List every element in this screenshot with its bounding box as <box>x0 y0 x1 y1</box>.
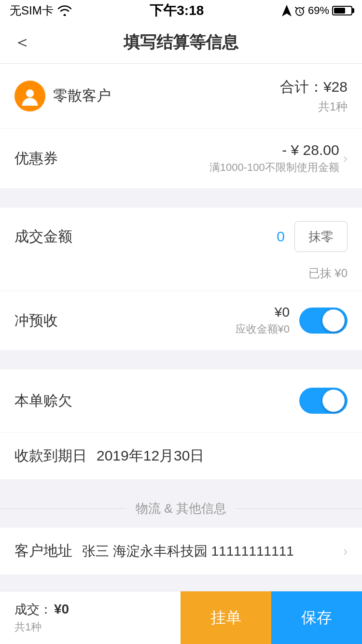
prereceive-label: 冲预收 <box>14 311 58 331</box>
bottom-deal-amount: ¥0 <box>54 602 69 617</box>
address-section: 客户地址 张三 海淀永丰科技园 11111111111 › <box>0 528 362 574</box>
coupon-info: - ¥ 28.00 满1000-100不限制使用金额 <box>209 142 339 175</box>
divider-2 <box>0 360 362 369</box>
svg-point-1 <box>26 89 34 97</box>
alarm-icon <box>294 5 305 16</box>
round-button[interactable]: 抹零 <box>294 221 348 252</box>
credit-row: 本单赊欠 <box>0 369 362 432</box>
customer-row: 零散客户 合计：¥28 共1种 <box>0 64 362 128</box>
customer-right: 合计：¥28 共1种 <box>280 77 348 114</box>
divider-1 <box>0 198 362 208</box>
bottom-deal-label: 成交： <box>14 601 52 618</box>
prereceive-row: 冲预收 ¥0 应收金额¥0 <box>0 291 362 350</box>
customer-avatar <box>14 81 45 112</box>
battery-icon <box>332 6 352 15</box>
coupon-discount: - ¥ 28.00 <box>209 142 339 158</box>
bottom-info: 成交： ¥0 共1种 <box>0 601 181 634</box>
total-count: 共1种 <box>280 99 348 114</box>
amount-sub-text: 已抹 ¥0 <box>0 266 362 291</box>
amount-right: 0 抹零 <box>277 221 348 252</box>
credit-toggle[interactable] <box>299 388 348 414</box>
credit-toggle-knob <box>322 390 345 412</box>
amount-label: 成交金额 <box>14 227 72 247</box>
customer-left: 零散客户 <box>14 81 111 112</box>
coupon-note: 满1000-100不限制使用金额 <box>209 160 339 175</box>
credit-label: 本单赊欠 <box>14 391 72 411</box>
customer-name: 零散客户 <box>53 86 111 106</box>
duedate-label: 收款到期日 <box>14 446 87 466</box>
prereceive-info: ¥0 应收金额¥0 <box>236 305 290 336</box>
address-value: 张三 海淀永丰科技园 11111111111 <box>82 542 343 560</box>
coupon-right: - ¥ 28.00 满1000-100不限制使用金额 › <box>209 142 348 175</box>
amount-value: 0 <box>277 228 285 245</box>
bottom-bar: 成交： ¥0 共1种 挂单 保存 <box>0 591 362 644</box>
credit-section: 本单赊欠 收款到期日 2019年12月30日 <box>0 369 362 479</box>
status-bar: 无SIM卡 下午3:18 69% <box>0 0 362 21</box>
address-chevron-icon: › <box>343 544 348 559</box>
address-row[interactable]: 客户地址 张三 海淀永丰科技园 11111111111 › <box>0 528 362 574</box>
logistics-divider: 物流 & 其他信息 <box>0 489 362 528</box>
save-button[interactable]: 保存 <box>271 591 362 644</box>
prereceive-note: 应收金额¥0 <box>236 322 290 336</box>
hold-button[interactable]: 挂单 <box>181 591 271 644</box>
status-left: 无SIM卡 <box>10 3 72 18</box>
content: 零散客户 合计：¥28 共1种 优惠券 - ¥ 28.00 满1000-100不… <box>0 64 362 632</box>
nav-title: 填写结算等信息 <box>124 31 238 54</box>
nav-bar: ＜ 填写结算等信息 <box>0 21 362 64</box>
duedate-value: 2019年12月30日 <box>97 446 204 466</box>
amount-row: 成交金额 0 抹零 <box>0 208 362 266</box>
customer-section: 零散客户 合计：¥28 共1种 优惠券 - ¥ 28.00 满1000-100不… <box>0 64 362 188</box>
bottom-deal-row: 成交： ¥0 <box>14 601 166 618</box>
bottom-count: 共1种 <box>14 620 166 634</box>
prereceive-toggle[interactable] <box>299 308 348 334</box>
coupon-row[interactable]: 优惠券 - ¥ 28.00 满1000-100不限制使用金额 › <box>0 128 362 188</box>
wifi-icon <box>57 5 72 16</box>
prereceive-right: ¥0 应收金额¥0 <box>236 305 348 336</box>
toggle-knob <box>322 309 345 332</box>
status-right: 69% <box>282 4 352 17</box>
back-button[interactable]: ＜ <box>14 30 31 54</box>
address-label: 客户地址 <box>14 541 72 561</box>
total-price: 合计：¥28 <box>280 77 348 97</box>
battery-percent: 69% <box>308 4 329 17</box>
coupon-chevron-icon: › <box>343 151 348 166</box>
logistics-label: 物流 & 其他信息 <box>126 500 236 517</box>
location-icon <box>282 5 292 16</box>
prereceive-amount: ¥0 <box>236 305 290 320</box>
status-time: 下午3:18 <box>150 1 204 20</box>
duedate-row: 收款到期日 2019年12月30日 <box>0 432 362 479</box>
amount-section: 成交金额 0 抹零 已抹 ¥0 冲预收 ¥0 应收金额¥0 <box>0 208 362 350</box>
carrier-text: 无SIM卡 <box>10 3 54 18</box>
coupon-label: 优惠券 <box>14 149 58 168</box>
